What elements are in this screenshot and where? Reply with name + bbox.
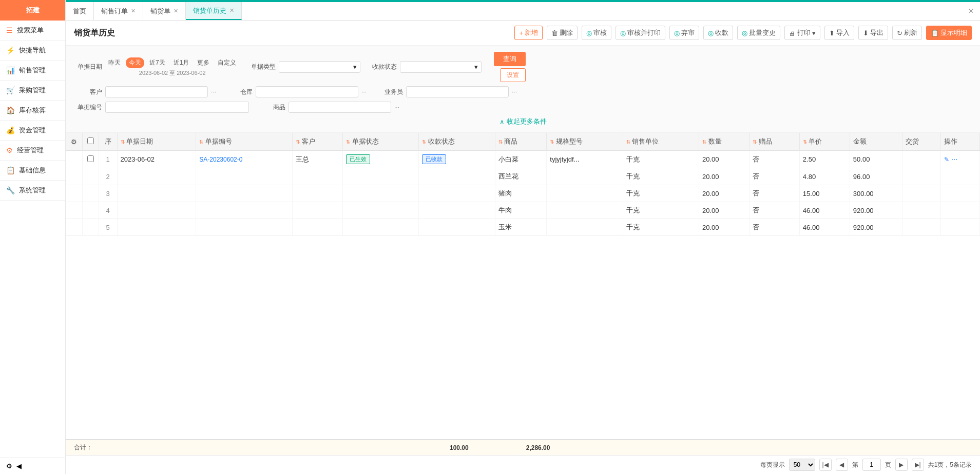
- next-page-button[interactable]: ▶: [895, 459, 908, 471]
- review-print-button[interactable]: ◎ 审核并打印: [616, 26, 665, 40]
- first-page-button[interactable]: |◀: [819, 459, 832, 471]
- td-action[interactable]: [941, 185, 980, 202]
- collect-button[interactable]: ◎ 收款: [703, 26, 733, 40]
- tab-sales-history-close[interactable]: ✕: [229, 7, 234, 14]
- sort-docno-icon[interactable]: ⇅: [199, 139, 203, 145]
- sidebar-item-basic-info[interactable]: 📋 基础信息: [0, 161, 65, 181]
- doc-type-select[interactable]: ▾: [279, 61, 360, 73]
- date-tab-7days[interactable]: 近7天: [146, 57, 168, 68]
- warehouse-ellipsis[interactable]: ···: [361, 88, 367, 95]
- goods-ellipsis[interactable]: ···: [394, 104, 399, 111]
- tab-sales-order[interactable]: 销售订单 ✕: [94, 2, 143, 20]
- sidebar-item-search-menu[interactable]: ☰ 搜索菜单: [0, 21, 65, 41]
- td-transaction[interactable]: [902, 151, 940, 168]
- sidebar-item-sys-mgmt[interactable]: 🔧 系统管理: [0, 181, 65, 201]
- td-doc-no[interactable]: [196, 185, 293, 202]
- td-action[interactable]: ✎ ⋯: [941, 151, 980, 168]
- tab-home[interactable]: 首页: [66, 2, 94, 20]
- batch-change-button[interactable]: ◎ 批量变更: [737, 26, 780, 40]
- date-tab-1month[interactable]: 近1月: [170, 57, 193, 68]
- sort-customer-icon[interactable]: ⇅: [296, 139, 300, 145]
- td-doc-no[interactable]: [196, 219, 293, 236]
- th-date[interactable]: ⇅ 单据日期: [117, 133, 196, 151]
- sidebar-item-purchase-mgmt[interactable]: 🛒 采购管理: [0, 81, 65, 101]
- tab-sales-goods-close[interactable]: ✕: [174, 8, 178, 14]
- td-transaction[interactable]: [902, 168, 940, 185]
- sort-qty-icon[interactable]: ⇅: [702, 139, 706, 145]
- th-unit-price[interactable]: ⇅ 单价: [799, 133, 850, 151]
- sort-unitprice-icon[interactable]: ⇅: [803, 139, 807, 145]
- td-doc-no[interactable]: [196, 202, 293, 219]
- th-pay-status[interactable]: ⇅ 收款状态: [419, 133, 495, 151]
- sort-paystatus-icon[interactable]: ⇅: [422, 139, 426, 145]
- td-num: 2: [99, 168, 117, 185]
- tab-sales-order-close[interactable]: ✕: [131, 8, 136, 14]
- setup-button[interactable]: 设置: [500, 68, 526, 82]
- refresh-button[interactable]: ↻ 刷新: [892, 26, 922, 40]
- review-button[interactable]: ◎ 审核: [582, 26, 611, 40]
- sidebar-item-ops-mgmt[interactable]: ⚙ 经营管理: [0, 141, 65, 161]
- last-page-button[interactable]: ▶|: [912, 459, 924, 471]
- sort-date-icon[interactable]: ⇅: [121, 139, 125, 145]
- settings-gear-icon[interactable]: ⚙: [71, 138, 77, 146]
- query-button[interactable]: 查询: [494, 52, 526, 66]
- sort-goods-icon[interactable]: ⇅: [498, 139, 503, 145]
- settings-icon[interactable]: ⚙: [6, 462, 12, 470]
- tab-close-all-button[interactable]: ✕: [962, 7, 980, 15]
- goods-input[interactable]: [289, 102, 391, 113]
- import-button[interactable]: ⬆ 导入: [824, 26, 854, 40]
- delete-button[interactable]: 🗑 删除: [547, 26, 578, 40]
- td-qty: 20.00: [699, 168, 749, 185]
- td-action[interactable]: [941, 219, 980, 236]
- warehouse-input[interactable]: [256, 86, 358, 97]
- per-page-select[interactable]: 50 20 100: [789, 459, 815, 471]
- sort-unit-icon[interactable]: ⇅: [626, 139, 630, 145]
- th-goods[interactable]: ⇅ 商品: [495, 133, 547, 151]
- export-button[interactable]: ⬇ 导出: [858, 26, 888, 40]
- sidebar-item-sales-mgmt[interactable]: 📊 销售管理: [0, 61, 65, 81]
- td-doc-no[interactable]: SA-20230602-0: [196, 151, 293, 168]
- print-button[interactable]: 🖨 打印 ▾: [784, 26, 820, 40]
- th-doc-no[interactable]: ⇅ 单据编号: [196, 133, 293, 151]
- td-action[interactable]: [941, 202, 980, 219]
- sidebar-item-inventory[interactable]: 🏠 库存核算: [0, 101, 65, 121]
- tab-sales-history[interactable]: 销货单历史 ✕: [186, 2, 242, 20]
- td-transaction[interactable]: [902, 185, 940, 202]
- add-button[interactable]: + 新增: [514, 26, 543, 40]
- sort-docstatus-icon[interactable]: ⇅: [346, 139, 350, 145]
- collapse-icon[interactable]: ◀: [16, 462, 22, 470]
- abandon-button[interactable]: ◎ 弃审: [669, 26, 699, 40]
- date-tab-more[interactable]: 更多: [194, 57, 213, 68]
- sort-gift-icon[interactable]: ⇅: [753, 139, 757, 145]
- customer-input[interactable]: [105, 86, 208, 97]
- td-doc-no[interactable]: [196, 168, 293, 185]
- date-tab-custom[interactable]: 自定义: [215, 57, 239, 68]
- customer-ellipsis[interactable]: ···: [211, 88, 216, 95]
- sort-spec-icon[interactable]: ⇅: [550, 139, 554, 145]
- th-spec[interactable]: ⇅ 规格型号: [547, 133, 623, 151]
- td-transaction[interactable]: [902, 202, 940, 219]
- sidebar-item-fund-mgmt[interactable]: 💰 资金管理: [0, 121, 65, 141]
- staff-ellipsis[interactable]: ···: [512, 88, 517, 95]
- td-action[interactable]: [941, 168, 980, 185]
- th-qty[interactable]: ⇅ 数量: [699, 133, 749, 151]
- th-unit[interactable]: ⇅ 销售单位: [623, 133, 699, 151]
- payment-status-select[interactable]: ▾: [400, 61, 482, 73]
- td-transaction[interactable]: [902, 219, 940, 236]
- th-doc-status[interactable]: ⇅ 单据状态: [343, 133, 419, 151]
- staff-input[interactable]: [406, 86, 509, 97]
- doc-no-input[interactable]: [105, 102, 249, 113]
- th-settings[interactable]: ⚙: [66, 133, 82, 151]
- td-spec: [547, 219, 623, 236]
- th-customer[interactable]: ⇅ 客户: [293, 133, 343, 151]
- tab-sales-goods[interactable]: 销货单 ✕: [143, 2, 186, 20]
- collapse-button[interactable]: ∧ 收起更多条件: [499, 117, 547, 126]
- prev-page-button[interactable]: ◀: [836, 459, 848, 471]
- page-number-input[interactable]: [862, 459, 881, 471]
- th-gift[interactable]: ⇅ 赠品: [749, 133, 799, 151]
- sidebar-item-quick-nav[interactable]: ⚡ 快捷导航: [0, 41, 65, 61]
- show-detail-button[interactable]: 📋 显示明细: [926, 26, 972, 40]
- date-tab-today[interactable]: 今天: [126, 57, 144, 68]
- select-all-checkbox[interactable]: [87, 137, 94, 144]
- date-tab-yesterday[interactable]: 昨天: [105, 57, 124, 68]
